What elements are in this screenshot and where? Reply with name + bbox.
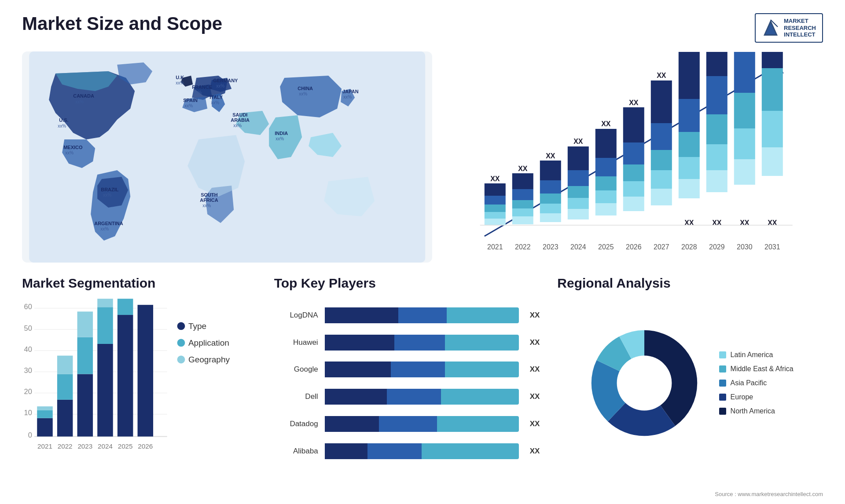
svg-rect-60 bbox=[568, 209, 589, 219]
player-value-logdna: XX bbox=[530, 311, 540, 320]
player-bar-light bbox=[445, 335, 519, 351]
svg-text:MEXICO: MEXICO bbox=[63, 145, 83, 150]
legend-label-apac: Asia Pacific bbox=[731, 379, 767, 387]
svg-text:SAUDI: SAUDI bbox=[232, 112, 247, 117]
svg-text:xx%: xx% bbox=[65, 150, 73, 155]
svg-rect-50 bbox=[512, 173, 533, 189]
legend-item-mea: Middle East & Africa bbox=[719, 365, 794, 373]
svg-rect-106 bbox=[762, 147, 783, 176]
svg-text:xx%: xx% bbox=[100, 226, 109, 231]
svg-text:Geography: Geography bbox=[188, 355, 230, 364]
svg-text:XX: XX bbox=[518, 165, 528, 172]
regional-container: Regional Analysis bbox=[557, 276, 823, 469]
player-name-huawei: Huawei bbox=[274, 338, 318, 347]
svg-text:2026: 2026 bbox=[626, 243, 642, 251]
svg-text:XX: XX bbox=[574, 138, 584, 145]
player-bar-mid bbox=[367, 443, 422, 459]
svg-rect-39 bbox=[485, 219, 506, 225]
map-container: CANADA xx% U.S. xx% MEXICO xx% BRAZIL xx… bbox=[22, 51, 432, 263]
svg-text:2023: 2023 bbox=[543, 243, 558, 251]
svg-point-153 bbox=[177, 339, 185, 347]
player-bar-mid bbox=[398, 307, 447, 323]
svg-text:xx%: xx% bbox=[299, 91, 307, 96]
svg-text:INDIA: INDIA bbox=[275, 131, 288, 136]
svg-text:ITALY: ITALY bbox=[209, 95, 223, 100]
svg-text:xx%: xx% bbox=[343, 95, 352, 99]
svg-rect-54 bbox=[540, 204, 561, 213]
svg-rect-130 bbox=[37, 418, 53, 436]
svg-text:2029: 2029 bbox=[709, 243, 725, 251]
svg-text:SOUTH: SOUTH bbox=[201, 192, 218, 197]
logo-text: MARKET RESEARCH INTELLECT bbox=[784, 18, 816, 38]
svg-rect-146 bbox=[118, 315, 133, 436]
player-bar-mid bbox=[394, 335, 445, 351]
player-row-huawei: Huawei XX bbox=[274, 335, 540, 351]
bottom-section: Market Segmentation 60 50 40 30 20 10 0 bbox=[22, 276, 823, 469]
regional-legend: Latin America Middle East & Africa Asia … bbox=[719, 351, 794, 415]
svg-text:U.K.: U.K. bbox=[176, 75, 185, 80]
svg-text:2030: 2030 bbox=[737, 243, 753, 251]
svg-text:CHINA: CHINA bbox=[298, 86, 313, 91]
svg-rect-68 bbox=[595, 190, 617, 203]
svg-text:20: 20 bbox=[24, 387, 32, 395]
svg-text:2028: 2028 bbox=[681, 243, 697, 251]
players-container: Top Key Players LogDNA XX Huawei bbox=[274, 276, 540, 469]
player-name-dell: Dell bbox=[274, 392, 318, 401]
svg-text:2021: 2021 bbox=[487, 243, 503, 251]
svg-text:XX: XX bbox=[602, 120, 611, 128]
players-title: Top Key Players bbox=[274, 276, 540, 291]
svg-rect-98 bbox=[706, 76, 727, 114]
player-bar-mid bbox=[391, 362, 445, 377]
svg-rect-134 bbox=[57, 400, 73, 437]
player-bar-logdna bbox=[325, 307, 519, 323]
player-bar-alibaba bbox=[325, 443, 519, 459]
svg-text:xx%: xx% bbox=[58, 124, 66, 128]
svg-text:2021: 2021 bbox=[37, 442, 52, 450]
svg-text:2027: 2027 bbox=[654, 243, 669, 251]
svg-text:SPAIN: SPAIN bbox=[183, 98, 198, 103]
svg-rect-53 bbox=[540, 213, 561, 222]
svg-text:xx%: xx% bbox=[202, 203, 211, 208]
svg-rect-43 bbox=[485, 183, 506, 196]
player-bar-dark bbox=[325, 362, 391, 377]
svg-rect-48 bbox=[512, 200, 533, 208]
svg-text:CANADA: CANADA bbox=[73, 93, 94, 99]
svg-rect-75 bbox=[623, 181, 644, 197]
svg-rect-143 bbox=[97, 307, 113, 344]
segmentation-container: Market Segmentation 60 50 40 30 20 10 0 bbox=[22, 276, 257, 469]
svg-text:2022: 2022 bbox=[58, 442, 73, 450]
svg-rect-55 bbox=[540, 194, 561, 204]
svg-rect-78 bbox=[623, 107, 644, 142]
svg-rect-47 bbox=[512, 208, 533, 216]
svg-rect-46 bbox=[512, 216, 533, 224]
svg-text:2024: 2024 bbox=[98, 442, 113, 450]
svg-rect-101 bbox=[734, 159, 755, 185]
legend-item-na: North America bbox=[719, 407, 794, 415]
player-name-logdna: LogDNA bbox=[274, 311, 318, 320]
legend-item-europe: Europe bbox=[719, 393, 794, 401]
svg-text:xx%: xx% bbox=[276, 136, 284, 141]
svg-text:10: 10 bbox=[24, 409, 32, 416]
svg-text:XX: XX bbox=[629, 99, 639, 106]
player-name-datadog: Datadog bbox=[274, 420, 318, 428]
player-row-datadog: Datadog XX bbox=[274, 416, 540, 432]
svg-text:xx%: xx% bbox=[75, 99, 84, 104]
legend-label-na: North America bbox=[731, 407, 775, 415]
players-chart: LogDNA XX Huawei XX bbox=[274, 297, 540, 469]
svg-rect-56 bbox=[540, 180, 561, 194]
segmentation-title: Market Segmentation bbox=[22, 276, 257, 291]
player-bar-dark bbox=[325, 307, 399, 323]
player-bar-dell bbox=[325, 389, 519, 405]
svg-rect-136 bbox=[57, 355, 73, 374]
bar-chart-container: XX 2021 XX 2022 XX 2023 bbox=[450, 51, 823, 263]
svg-text:xx%: xx% bbox=[184, 103, 193, 108]
svg-rect-64 bbox=[568, 146, 589, 170]
svg-rect-99 bbox=[706, 52, 727, 76]
svg-rect-71 bbox=[595, 129, 617, 158]
legend-label-latin: Latin America bbox=[731, 351, 773, 359]
svg-rect-139 bbox=[77, 337, 93, 374]
svg-rect-131 bbox=[37, 410, 53, 418]
player-row-alibaba: Alibaba XX bbox=[274, 443, 540, 459]
player-row-dell: Dell XX bbox=[274, 389, 540, 405]
player-name-alibaba: Alibaba bbox=[274, 447, 318, 456]
